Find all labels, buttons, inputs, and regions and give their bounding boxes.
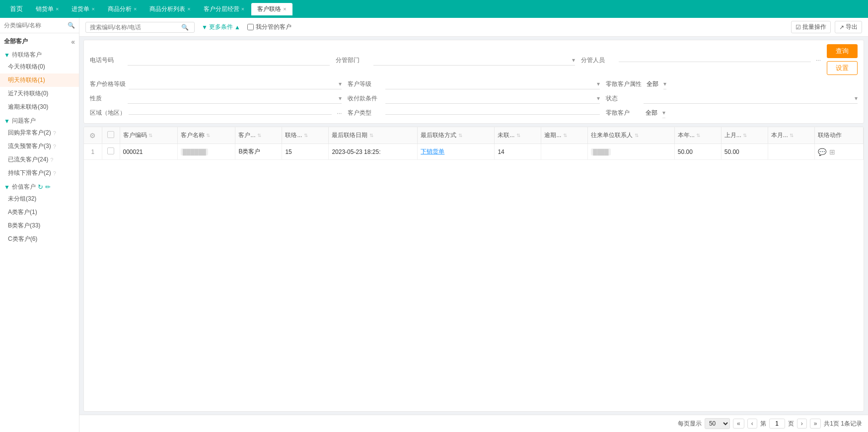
filter-payment-select[interactable]: ▾ [385, 93, 599, 104]
nav-goods-analysis[interactable]: 商品分析 × [102, 3, 143, 15]
sort-customer-code-icon[interactable]: ⇅ [148, 133, 152, 138]
filter-status-select[interactable]: ▾ [644, 93, 858, 104]
close-goods-analysis-tab[interactable]: × [134, 6, 137, 12]
all-customers-header[interactable]: 全部客户 « [0, 33, 79, 48]
nav-purchase[interactable]: 进货单 × [66, 3, 100, 15]
col-overdue[interactable]: 逾期... ⇅ [541, 127, 588, 144]
filter-phone-input[interactable] [128, 55, 330, 66]
region-ellipsis-icon[interactable]: ··· [337, 110, 342, 117]
edit-icon[interactable]: ✏ [45, 183, 51, 191]
filter-retail-customer-select[interactable]: ▾ [662, 108, 665, 118]
help-icon-3[interactable]: ? [50, 157, 53, 163]
row-select-checkbox[interactable] [107, 147, 114, 154]
sidebar-item-week[interactable]: 近7天待联络(0) [0, 87, 79, 100]
filter-region-select[interactable] [129, 111, 332, 115]
sort-this-month-icon[interactable]: ⇅ [790, 133, 794, 138]
col-gear[interactable]: ⚙ [84, 127, 102, 144]
sort-last-month-icon[interactable]: ⇅ [743, 133, 747, 138]
close-purchase-tab[interactable]: × [91, 6, 94, 12]
filter-customer-level-select[interactable]: ▾ [385, 79, 599, 89]
sidebar-item-overdue[interactable]: 逾期未联络(30) [0, 100, 79, 114]
sort-this-year-icon[interactable]: ⇅ [696, 133, 700, 138]
sort-contact-count-icon[interactable]: ⇅ [304, 133, 308, 138]
sidebar-item-type-c[interactable]: C类客户(6) [0, 232, 79, 246]
sort-last-contact-date-icon[interactable]: ⇅ [369, 133, 373, 138]
sidebar-collapse-icon[interactable]: « [71, 38, 75, 46]
sort-customer-name-icon[interactable]: ⇅ [206, 133, 210, 138]
prev-page-btn[interactable]: ‹ [747, 419, 757, 429]
nav-customer-contact[interactable]: 客户联络 × [251, 3, 292, 15]
row-last-contact-method[interactable]: 下销货单 [418, 144, 495, 160]
sort-unit-contact-icon[interactable]: ⇅ [635, 133, 639, 138]
last-contact-method-link[interactable]: 下销货单 [421, 148, 444, 155]
export-btn[interactable]: ↗ 导出 [835, 21, 862, 33]
col-customer-name[interactable]: 客户名称 ⇅ [177, 127, 235, 144]
sidebar-item-today[interactable]: 今天待联络(0) [0, 60, 79, 73]
sidebar-item-type-b[interactable]: B类客户(33) [0, 219, 79, 232]
col-customer-type[interactable]: 客户... ⇅ [235, 127, 282, 144]
filter-manager-select[interactable] [619, 59, 811, 62]
sidebar-item-churn-warning[interactable]: 流失预警客户(3) ? [0, 140, 79, 153]
query-btn[interactable]: 查询 [827, 44, 858, 58]
nav-customer-tier[interactable]: 客户分层经营 × [198, 3, 250, 15]
table-settings-icon[interactable]: ⚙ [89, 132, 96, 140]
grid-action-icon[interactable]: ⊞ [829, 148, 835, 156]
col-last-contact-method[interactable]: 最后联络方式 ⇅ [418, 127, 495, 144]
last-page-btn[interactable]: » [810, 419, 821, 429]
close-goods-analysis-list-tab[interactable]: × [187, 6, 190, 12]
col-last-month[interactable]: 上月... ⇅ [721, 127, 768, 144]
filter-more-btn[interactable]: ▼ 更多条件 ▲ [199, 21, 243, 33]
search-icon[interactable]: 🔍 [181, 24, 189, 31]
help-icon-4[interactable]: ? [53, 170, 56, 176]
my-customers-check[interactable]: 我分管的客户 [247, 23, 291, 31]
filter-nature-select[interactable]: ▾ [128, 93, 342, 104]
first-page-btn[interactable]: « [733, 419, 744, 429]
page-size-select[interactable]: 50 10 20 100 [705, 418, 730, 429]
batch-ops-btn[interactable]: ☑ 批量操作 [791, 21, 831, 33]
sort-customer-type-icon[interactable]: ⇅ [257, 133, 261, 138]
sidebar-item-tomorrow[interactable]: 明天待联络(1) [0, 73, 79, 87]
sidebar-item-declining[interactable]: 持续下滑客户(2) ? [0, 166, 79, 180]
help-icon-2[interactable]: ? [53, 144, 56, 149]
row-checkbox[interactable] [102, 144, 120, 160]
sort-last-contact-method-icon[interactable]: ⇅ [458, 133, 462, 138]
my-customers-checkbox[interactable] [247, 24, 254, 30]
col-unit-contact[interactable]: 往来单位联系人 ⇅ [588, 127, 674, 144]
message-action-icon[interactable]: 💬 [818, 148, 826, 156]
sidebar-group-pending[interactable]: ▼ 待联络客户 [0, 48, 79, 60]
sort-overdue-icon[interactable]: ⇅ [563, 133, 567, 138]
nav-sales[interactable]: 销货单 × [30, 3, 65, 15]
nav-home[interactable]: 首页 [4, 2, 29, 15]
close-customer-tier-tab[interactable]: × [241, 6, 244, 12]
sidebar-group-value[interactable]: ▼ 价值客户 ↻ ✏ [0, 180, 79, 192]
col-no-contact[interactable]: 未联... ⇅ [495, 127, 541, 144]
manager-ellipsis-icon[interactable]: ··· [816, 57, 821, 64]
refresh-icon[interactable]: ↻ [38, 183, 43, 191]
col-contact-count[interactable]: 联络... ⇅ [282, 127, 329, 144]
select-all-checkbox[interactable] [107, 131, 114, 138]
close-customer-contact-tab[interactable]: × [283, 6, 286, 12]
sidebar-group-problem[interactable]: ▼ 问题客户 [0, 114, 79, 126]
page-input[interactable] [769, 419, 785, 429]
nav-goods-analysis-list[interactable]: 商品分析列表 × [144, 3, 196, 15]
filter-price-level-select[interactable]: ▾ [129, 79, 342, 89]
col-customer-code[interactable]: 客户编码 ⇅ [120, 127, 177, 144]
filter-dept-select[interactable]: ▾ [373, 55, 576, 66]
settings-btn[interactable]: 设置 [827, 61, 858, 75]
sort-no-contact-icon[interactable]: ⇅ [516, 133, 520, 138]
col-checkbox[interactable] [102, 127, 120, 144]
sidebar-search-icon[interactable]: 🔍 [68, 22, 75, 29]
next-page-btn[interactable]: › [797, 419, 807, 429]
close-sales-tab[interactable]: × [56, 6, 59, 12]
sidebar-item-repurchase[interactable]: 回购异常客户(2) ? [0, 126, 79, 140]
sidebar-item-type-a[interactable]: A类客户(1) [0, 206, 79, 219]
filter-customer-type-select[interactable] [385, 111, 599, 115]
col-this-month[interactable]: 本月... ⇅ [768, 127, 814, 144]
col-this-year[interactable]: 本年... ⇅ [674, 127, 721, 144]
sidebar-item-ungrouped[interactable]: 未分组(32) [0, 192, 79, 206]
col-last-contact-date[interactable]: 最后联络日期 ⇅ [329, 127, 418, 144]
sidebar-item-churned[interactable]: 已流失客户(24) ? [0, 153, 79, 166]
search-input[interactable] [90, 24, 179, 31]
help-icon-1[interactable]: ? [53, 130, 56, 136]
filter-retail-attr-select[interactable]: ▾ [663, 79, 666, 89]
